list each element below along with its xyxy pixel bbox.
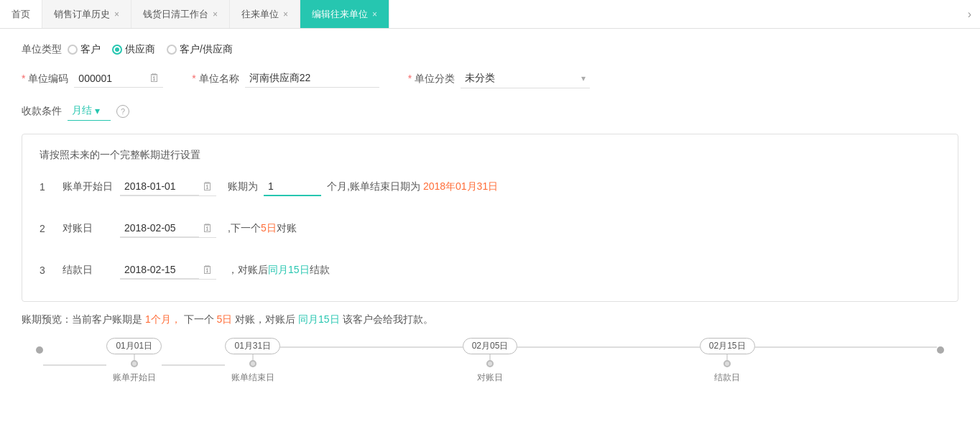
tab-sales-history[interactable]: 销售订单历史 ×: [42, 0, 131, 28]
timeline-node-1: 01月01日 账单开始日: [106, 338, 162, 384]
reconcile-date-cal-icon[interactable]: 🗓: [199, 222, 216, 235]
unit-name-input[interactable]: [245, 70, 379, 88]
main-content: 单位类型 客户 供应商 客户/供应商 单位编码 🗓 单位: [0, 29, 980, 437]
radio-label-customer: 客户: [80, 43, 101, 56]
setting-row-1: 1 账单开始日 🗓 账期为 个月,账单结束日期为 2018年01月31日: [40, 176, 940, 198]
tab-sales-history-close[interactable]: ×: [114, 9, 119, 19]
tabs-bar: 首页 销售订单历史 × 钱货日清工作台 × 往来单位 × 编辑往来单位 × ›: [0, 0, 980, 29]
timeline-line-3: [280, 346, 462, 348]
tab-partners-close[interactable]: ×: [283, 9, 288, 19]
tab-expand-button[interactable]: ›: [959, 8, 980, 21]
setting-name-2: 对账日: [63, 222, 120, 235]
unit-category-label: 单位分类: [408, 73, 455, 86]
tab-edit-partner[interactable]: 编辑往来单位 ×: [300, 0, 389, 28]
timeline-label-2: 账单结束日: [231, 372, 274, 384]
unit-code-field: 单位编码 🗓: [22, 70, 163, 88]
payment-date-input[interactable]: [120, 261, 199, 279]
timeline-badge-3: 02月05日: [463, 338, 518, 354]
timeline-label-3: 对账日: [477, 372, 503, 384]
timeline-node-3: 02月05日 对账日: [463, 338, 518, 384]
preview-text: 账期预览：当前客户账期是 1个月， 下一个 5日 对账，对账后 同月15日 该客…: [22, 313, 958, 326]
start-date-input[interactable]: [120, 178, 199, 196]
timeline-badge-1: 01月01日: [106, 338, 162, 354]
unit-type-radio-group: 客户 供应商 客户/供应商: [68, 43, 233, 56]
preview-reconcile-suffix: 对账，对账后: [235, 313, 295, 325]
reconcile-date-input[interactable]: [120, 219, 199, 237]
timeline-dot-3: [486, 360, 494, 367]
setting-row-3: 3 结款日 🗓 ，对账后 同月15日 结款: [40, 259, 940, 281]
payment-highlight: 同月15日: [268, 264, 310, 277]
timeline-line-1: [43, 364, 106, 366]
unit-code-input[interactable]: [74, 70, 146, 87]
start-date-input-wrap: 🗓: [120, 178, 216, 196]
tab-cash-work[interactable]: 钱货日清工作台 ×: [131, 0, 230, 28]
payment-date-input-wrap: 🗓: [120, 261, 216, 280]
collect-dropdown-arrow: ▾: [95, 105, 100, 116]
radio-supplier[interactable]: 供应商: [112, 43, 155, 56]
timeline-dot-4: [724, 360, 731, 367]
collect-condition-value: 月结: [72, 104, 92, 117]
unit-category-arrow: ▾: [581, 73, 586, 83]
setting-num-1: 1: [40, 181, 54, 193]
timeline-start: [36, 338, 43, 354]
tab-partners[interactable]: 往来单位 ×: [230, 0, 300, 28]
preview-reconcile-prefix: 下一个: [184, 313, 214, 325]
timeline-end: [937, 338, 944, 354]
preview-label: 账期预览：当前客户账期是: [22, 313, 142, 325]
preview-reconcile-highlight: 5日: [216, 313, 232, 325]
timeline-line-5: [755, 346, 937, 348]
timeline-line-4: [517, 346, 699, 348]
tab-home[interactable]: 首页: [0, 0, 42, 28]
timeline-container: 01月01日 账单开始日 01月31日 账单结束日 02月05日 对账日: [22, 338, 958, 398]
preview-payment-suffix: 该客户会给我打款。: [343, 313, 433, 325]
unit-code-icon[interactable]: 🗓: [146, 72, 163, 85]
unit-name-label: 单位名称: [192, 73, 239, 86]
timeline-end-dot: [937, 346, 944, 354]
unit-category-value: 未分类: [465, 72, 577, 85]
timeline-label-4: 结款日: [714, 372, 740, 384]
reconcile-desc-suffix: 对账: [277, 222, 297, 235]
timeline-label-1: 账单开始日: [113, 372, 156, 384]
radio-label-both: 客户/供应商: [180, 43, 233, 56]
payment-desc-suffix: 结款: [310, 264, 330, 277]
setting-name-3: 结款日: [63, 264, 120, 277]
radio-both[interactable]: 客户/供应商: [167, 43, 233, 56]
start-date-cal-icon[interactable]: 🗓: [199, 180, 216, 193]
settings-card-title: 请按照未来的一个完整帐期进行设置: [40, 149, 940, 162]
timeline-node-2: 01月31日 账单结束日: [225, 338, 280, 384]
unit-category-dropdown[interactable]: 未分类 ▾: [461, 69, 590, 88]
unit-type-label: 单位类型: [22, 43, 62, 56]
unit-code-input-wrap: 🗓: [74, 70, 163, 88]
timeline-node-4: 02月15日 结款日: [700, 338, 755, 384]
preview-period: 1个月，: [145, 313, 181, 325]
reconcile-date-input-wrap: 🗓: [120, 219, 216, 238]
period-prefix: 账期为: [228, 180, 258, 193]
unit-type-row: 单位类型 客户 供应商 客户/供应商: [22, 43, 958, 56]
reconcile-desc-prefix: ,下一个: [228, 222, 261, 235]
setting-num-2: 2: [40, 223, 54, 234]
radio-customer[interactable]: 客户: [68, 43, 101, 56]
period-suffix: 个月,账单结束日期为: [327, 180, 420, 193]
help-icon[interactable]: ?: [116, 105, 129, 118]
tab-cash-work-close[interactable]: ×: [213, 9, 218, 19]
unit-category-field: 单位分类 未分类 ▾: [408, 69, 590, 88]
unit-name-field: 单位名称: [192, 70, 379, 88]
setting-name-1: 账单开始日: [63, 180, 120, 193]
period-end-date: 2018年01月31日: [423, 180, 498, 193]
timeline-dot-1: [131, 360, 138, 367]
collect-condition-dropdown[interactable]: 月结 ▾: [68, 101, 111, 121]
payment-date-cal-icon[interactable]: 🗓: [199, 264, 216, 277]
radio-circle-both: [167, 45, 177, 55]
period-value-input[interactable]: [264, 178, 321, 196]
timeline-segment-1: 01月01日 账单开始日: [43, 338, 225, 384]
unit-code-label: 单位编码: [22, 73, 68, 86]
radio-circle-customer: [68, 45, 78, 55]
setting-num-3: 3: [40, 264, 54, 276]
timeline-start-dot: [36, 346, 43, 354]
preview-payment-highlight: 同月15日: [298, 313, 340, 325]
payment-desc-prefix: ，对账后: [228, 264, 268, 277]
timeline-badge-4: 02月15日: [700, 338, 755, 354]
tab-edit-partner-close[interactable]: ×: [372, 9, 377, 19]
settings-card: 请按照未来的一个完整帐期进行设置 1 账单开始日 🗓 账期为 个月,账单结束日期…: [22, 134, 958, 302]
timeline-line-2: [162, 364, 225, 366]
